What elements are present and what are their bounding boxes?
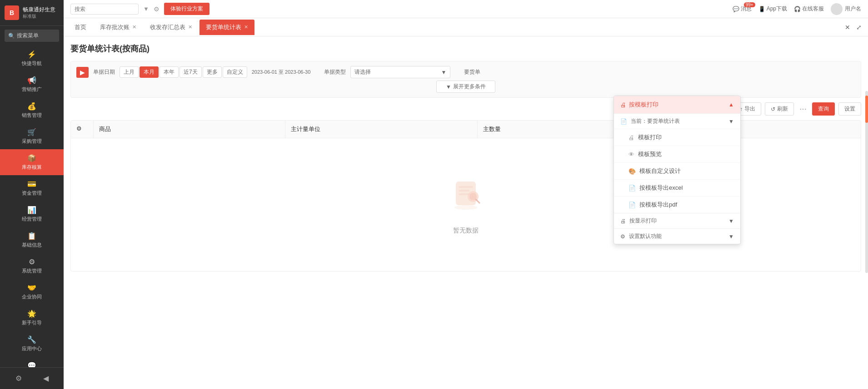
sidebar-item-guide[interactable]: 🌟 新手引导 — [0, 305, 64, 331]
tab-order-stats[interactable]: 要货单统计表 ✕ — [200, 20, 254, 35]
appstore-icon: 🔧 — [27, 335, 36, 344]
guide-icon: 🌟 — [27, 309, 36, 318]
corp-icon: 🤝 — [27, 283, 36, 292]
online-service-link[interactable]: 🎧 在线客服 — [794, 5, 824, 13]
default-chevron-icon: ▼ — [728, 233, 734, 240]
refresh-button[interactable]: ↺ 刷新 — [765, 102, 794, 116]
expand-more-button[interactable]: ▼ 展开更多条件 — [436, 81, 495, 93]
dropdown-header[interactable]: 🖨 按模板打印 ▲ — [614, 96, 740, 113]
purchase-icon: 🛒 — [27, 128, 36, 136]
order-type-label: 单据类型 — [324, 68, 346, 76]
dropdown-item-template-print[interactable]: 🖨 模板打印 — [614, 129, 740, 146]
default-func-icon: ⚙ — [620, 233, 625, 240]
column-settings-icon[interactable]: ⚙ — [76, 125, 82, 132]
collapse-button[interactable]: ◀ — [41, 372, 50, 384]
table-body: 暂无数据 — [71, 138, 861, 271]
app-download-link[interactable]: 📱 App下载 — [758, 5, 787, 13]
date-btn-this-year[interactable]: 本年 — [160, 66, 179, 78]
chevron-down-icon[interactable]: ▼ — [143, 5, 149, 12]
sidebar-item-shortcuts[interactable]: ⚡ 快捷导航 — [0, 45, 64, 71]
search-menu-button[interactable]: 🔍 搜索菜单 — [5, 30, 59, 42]
dropdown-title: 🖨 按模板打印 — [620, 101, 658, 109]
template-design-icon: 🎨 — [629, 168, 636, 175]
basic-icon: 📋 — [27, 232, 36, 240]
settings-button[interactable]: ⚙ — [14, 372, 24, 384]
sidebar-nav: ⚡ 快捷导航 📢 营销推广 💰 销售管理 🛒 采购管理 📦 库存核算 💳 资金管… — [0, 45, 64, 367]
sidebar-item-appstore[interactable]: 🔧 应用中心 — [0, 331, 64, 357]
dropdown-display-header[interactable]: 🖨 按显示打印 ▼ — [614, 213, 740, 228]
tabbar: 首页 库存批次账 ✕ 收发存汇总表 ✕ 要货单统计表 ✕ ✕ ⤢ — [64, 18, 868, 36]
date-btn-this-month[interactable]: 本月 — [140, 66, 159, 78]
dropdown-item-template-design[interactable]: 🎨 模板自定义设计 — [614, 162, 740, 179]
tab-home[interactable]: 首页 — [68, 20, 93, 35]
sidebar-search-area[interactable]: 🔍 搜索菜单 — [0, 26, 64, 45]
order-type-select[interactable]: 请选择 ▼ — [350, 66, 450, 78]
message-badge[interactable]: 💬 消息 99+ — [733, 5, 752, 13]
date-btn-custom[interactable]: 自定义 — [223, 66, 247, 78]
page-title: 要货单统计表(按商品) — [70, 43, 861, 54]
sidebar-item-operations[interactable]: 📊 经营管理 — [0, 201, 64, 227]
sidebar-item-marketing[interactable]: 📢 营销推广 — [0, 71, 64, 97]
empty-state: 暂无数据 — [448, 138, 484, 271]
sidebar-item-system[interactable]: ⚙ 系统管理 — [0, 253, 64, 279]
dropdown-item-export-pdf[interactable]: 📄 按模板导出pdf — [614, 196, 740, 213]
user-menu[interactable]: 用户名 — [831, 3, 861, 15]
tab-close-summary[interactable]: ✕ — [188, 24, 192, 30]
right-scroll-thumb[interactable] — [865, 96, 868, 123]
sidebar-item-basic[interactable]: 📋 基础信息 — [0, 227, 64, 253]
tab-close-all-button[interactable]: ✕ — [843, 22, 852, 33]
display-chevron-icon: ▼ — [728, 218, 734, 224]
app-logo: B 畅康通好生意 标准版 — [0, 0, 64, 26]
template-print-icon: 🖨 — [629, 134, 634, 141]
export-excel-icon: 📄 — [629, 185, 636, 192]
dropdown-default-section: ⚙ 设置默认功能 ▼ — [614, 228, 740, 244]
svg-point-0 — [454, 205, 477, 210]
dropdown-current-header[interactable]: 📄 当前：要货单统计表 ▼ — [614, 114, 740, 129]
dropdown-default-header[interactable]: ⚙ 设置默认功能 ▼ — [614, 229, 740, 244]
table-header: ⚙ 商品 主计量单位 主数量 零售金额 — [71, 121, 861, 138]
right-scrollbar[interactable] — [865, 91, 868, 273]
tab-close-order-stats[interactable]: ✕ — [244, 24, 248, 30]
tab-batch[interactable]: 库存批次账 ✕ — [94, 20, 143, 35]
tab-summary[interactable]: 收发存汇总表 ✕ — [144, 20, 199, 35]
svg-rect-3 — [459, 190, 469, 192]
table-header-goods: 商品 — [94, 121, 285, 138]
system-icon: ⚙ — [29, 258, 35, 266]
search-input[interactable] — [70, 4, 139, 15]
settings-toolbar-button[interactable]: 设置 — [838, 102, 861, 116]
wechat-icon: 💬 — [27, 361, 36, 367]
date-range-display: 2023-06-01 至 2023-06-30 — [252, 69, 311, 76]
sidebar-item-sales[interactable]: 💰 销售管理 — [0, 97, 64, 123]
dropdown-collapse-icon[interactable]: ▲ — [728, 101, 734, 108]
refresh-icon: ↺ — [771, 106, 775, 112]
download-icon: 📱 — [758, 6, 765, 12]
tab-close-batch[interactable]: ✕ — [132, 24, 136, 30]
sales-icon: 💰 — [27, 102, 36, 111]
marketing-icon: 📢 — [27, 76, 36, 85]
sidebar-item-wechat[interactable]: 💬 企业微信 — [0, 357, 64, 367]
message-icon: 💬 — [733, 6, 739, 12]
shortcuts-icon: ⚡ — [27, 50, 36, 59]
dropdown-item-template-preview[interactable]: 👁 模板预览 — [614, 146, 740, 162]
query-button[interactable]: 查询 — [812, 102, 835, 116]
trial-button[interactable]: 体验行业方案 — [164, 3, 210, 15]
current-template-icon: 📄 — [620, 118, 627, 125]
goods-label: 要货单 — [464, 68, 480, 76]
date-btn-last-month[interactable]: 上月 — [120, 66, 139, 78]
tab-maximize-button[interactable]: ⤢ — [854, 22, 863, 33]
logo-icon: B — [5, 5, 19, 20]
sidebar-item-inventory[interactable]: 📦 库存核算 — [0, 149, 64, 175]
more-actions-button[interactable]: ⋯ — [798, 103, 808, 115]
empty-text: 暂无数据 — [453, 227, 479, 235]
sidebar: B 畅康通好生意 标准版 🔍 搜索菜单 ⚡ 快捷导航 📢 营销推广 💰 销售管理… — [0, 0, 64, 389]
sidebar-item-finance[interactable]: 💳 资金管理 — [0, 175, 64, 201]
date-btn-more[interactable]: 更多 — [203, 66, 222, 78]
sidebar-item-purchase[interactable]: 🛒 采购管理 — [0, 123, 64, 149]
filter-expand-icon[interactable]: ▶ — [76, 67, 89, 78]
svg-line-7 — [476, 199, 479, 203]
table-header-settings[interactable]: ⚙ — [71, 121, 94, 138]
dropdown-item-export-excel[interactable]: 📄 按模板导出excel — [614, 179, 740, 196]
gear-icon[interactable]: ⚙ — [154, 5, 160, 13]
sidebar-item-corp[interactable]: 🤝 企业协同 — [0, 279, 64, 305]
date-btn-7days[interactable]: 近7天 — [180, 66, 202, 78]
